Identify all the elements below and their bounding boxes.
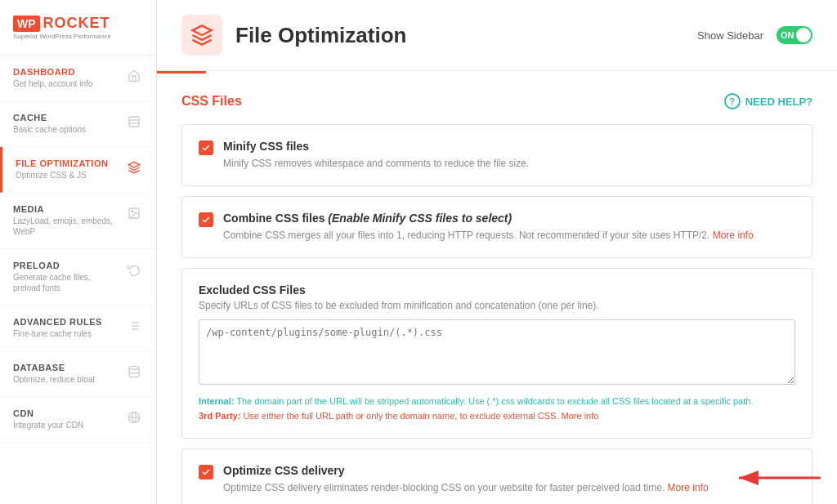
svg-point-12 [129, 366, 139, 369]
logo-tagline: Superior WordPress Performance [13, 33, 143, 40]
sidebar-item-file-optimization[interactable]: FILE OPTIMIZATION Optimize CSS & JS [0, 147, 156, 193]
svg-point-5 [132, 211, 133, 212]
page-title: File Optimization [235, 23, 697, 48]
hint-thirdparty-label: 3rd Party: [199, 411, 240, 421]
cache-icon [125, 113, 143, 131]
media-icon [125, 204, 143, 222]
sidebar-item-sub: Optimize, reduce bloat [13, 374, 119, 385]
page-content: CSS Files ? NEED HELP? Minify CSS files … [157, 74, 837, 504]
minify-css-desc: Minify CSS removes whitespace and commen… [223, 156, 529, 171]
check-icon [201, 467, 211, 477]
sidebar-item-label: DASHBOARD [13, 67, 119, 77]
sidebar-item-advanced-rules[interactable]: ADVANCED RULES Fine-tune cache rules [0, 306, 156, 351]
show-sidebar-toggle[interactable]: ON [777, 26, 812, 44]
logo-wp: WP [13, 16, 40, 32]
excluded-more-info-link[interactable]: More info [562, 411, 599, 421]
sidebar-item-sub: Generate cache files, preload fonts [13, 272, 119, 293]
minify-css-checkbox[interactable] [199, 140, 213, 155]
excluded-css-textarea[interactable] [199, 319, 795, 385]
hint-thirdparty-text: Use either the full URL path or only the… [243, 411, 558, 421]
excluded-css-section: Excluded CSS Files Specify URLs of CSS f… [181, 268, 812, 439]
excluded-css-desc: Specify URLs of CSS files to be excluded… [199, 300, 795, 311]
optimize-css-desc: Optimize CSS delivery eliminates render-… [223, 480, 709, 495]
svg-marker-15 [192, 25, 211, 35]
file-optimization-icon [125, 158, 143, 176]
sidebar-item-label: FILE OPTIMIZATION [16, 158, 119, 168]
sidebar-item-preload[interactable]: PRELOAD Generate cache files, preload fo… [0, 249, 156, 306]
show-sidebar-toggle-wrap: Show Sidebar ON [697, 26, 812, 44]
sidebar: WP ROCKET Superior WordPress Performance… [0, 0, 157, 504]
check-icon [201, 143, 211, 153]
sidebar-item-media[interactable]: MEDIA LazyLoad, emojis, embeds, WebP [0, 193, 156, 249]
excluded-css-title: Excluded CSS Files [199, 283, 795, 297]
sidebar-item-cache[interactable]: CACHE Basic cache options [0, 101, 156, 147]
combine-css-checkbox[interactable] [199, 212, 213, 227]
toggle-on-label: ON [781, 30, 794, 40]
advanced-rules-icon [125, 317, 143, 335]
page-header: File Optimization Show Sidebar ON [157, 0, 837, 71]
sidebar-item-sub: LazyLoad, emojis, embeds, WebP [13, 216, 119, 237]
sidebar-item-dashboard[interactable]: DASHBOARD Get help, account info [0, 56, 156, 101]
minify-css-title: Minify CSS files [223, 140, 529, 153]
sidebar-item-label: ADVANCED RULES [13, 317, 119, 327]
show-sidebar-label: Show Sidebar [697, 29, 763, 42]
sidebar-item-sub: Get help, account info [13, 78, 119, 89]
svg-rect-0 [129, 117, 139, 127]
css-files-section-header: CSS Files ? NEED HELP? [181, 93, 812, 109]
sidebar-item-label: CACHE [13, 113, 119, 123]
sidebar-item-database[interactable]: DATABASE Optimize, reduce bloat [0, 351, 156, 397]
sidebar-item-sub: Integrate your CDN [13, 420, 119, 430]
sidebar-item-label: CDN [13, 408, 119, 418]
cdn-icon [125, 408, 143, 426]
file-optimization-page-icon [190, 24, 213, 47]
minify-css-card: Minify CSS files Minify CSS removes whit… [181, 124, 812, 186]
page-icon-wrap [181, 15, 222, 56]
need-help-button[interactable]: ? NEED HELP? [724, 93, 812, 109]
sidebar-navigation: DASHBOARD Get help, account info CACHE B… [0, 56, 156, 504]
optimize-css-title: Optimize CSS delivery [223, 464, 709, 477]
combine-css-desc: Combine CSS merges all your files into 1… [223, 228, 754, 243]
main-content: File Optimization Show Sidebar ON CSS Fi… [157, 0, 837, 504]
combine-css-title: Combine CSS files (Enable Minify CSS fil… [223, 212, 754, 225]
combine-css-title-em: (Enable Minify CSS files to select) [328, 212, 512, 225]
sidebar-item-label: DATABASE [13, 363, 119, 372]
database-icon [125, 363, 143, 381]
css-files-title: CSS Files [181, 94, 242, 109]
hint-internal-label: Internal: [199, 396, 234, 406]
optimize-css-more-info-link[interactable]: More info [668, 482, 709, 493]
need-help-label: NEED HELP? [745, 96, 812, 108]
sidebar-item-label: PRELOAD [13, 261, 119, 270]
optimize-css-wrapper: Optimize CSS delivery Optimize CSS deliv… [181, 448, 812, 504]
sidebar-item-label: MEDIA [13, 204, 119, 214]
sidebar-item-sub: Basic cache options [13, 124, 119, 135]
home-icon [125, 67, 143, 85]
sidebar-item-sub: Optimize CSS & JS [16, 170, 119, 181]
logo-rocket: ROCKET [43, 15, 110, 32]
hint-internal-text: The domain part of the URL will be strip… [236, 396, 753, 406]
check-icon [201, 215, 211, 225]
optimize-css-card: Optimize CSS delivery Optimize CSS deliv… [181, 448, 812, 504]
optimize-css-checkbox[interactable] [199, 465, 213, 479]
svg-marker-3 [128, 162, 139, 167]
toggle-knob [796, 28, 811, 42]
sidebar-item-sub: Fine-tune cache rules [13, 328, 119, 339]
excluded-css-hint: Internal: The domain part of the URL wil… [199, 395, 795, 423]
sidebar-item-cdn[interactable]: CDN Integrate your CDN [0, 397, 156, 443]
sidebar-logo: WP ROCKET Superior WordPress Performance [0, 0, 156, 56]
combine-css-card: Combine CSS files (Enable Minify CSS fil… [181, 196, 812, 258]
preload-icon [125, 261, 143, 279]
help-circle-icon: ? [724, 93, 741, 109]
combine-css-more-info-link[interactable]: More info [713, 230, 754, 241]
